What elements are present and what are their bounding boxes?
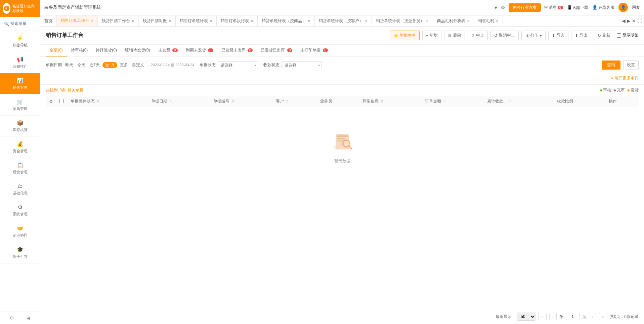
sub-tab-shipped-out[interactable]: 已发货已出库 0 [257, 45, 296, 56]
tab-goods-stats-customer-close[interactable]: ✕ [365, 19, 368, 23]
sidebar-item-basic-info[interactable]: 🗂 基础信息 [0, 179, 40, 200]
sub-tab-wang-pending[interactable]: 旺铺待发货(0) [121, 45, 154, 56]
inventory-icon: 📦 [17, 120, 24, 126]
enterprise-label: 企业协同 [13, 233, 28, 238]
status-select[interactable]: 请选择 [218, 61, 258, 69]
message-button[interactable]: ✉ 消息 6 [544, 5, 563, 10]
smart-generate-button[interactable]: ⭐ 智能生单 [390, 31, 420, 40]
tabbar-prev-button[interactable]: ◀ [622, 18, 626, 24]
review-action[interactable]: 审核 [600, 87, 611, 93]
date-yesterday-btn[interactable]: 昨天 [64, 62, 75, 69]
user-avatar[interactable]: 👤 [618, 3, 628, 12]
select-all-checkbox[interactable] [59, 99, 64, 103]
tab-cash-reconcile-close[interactable]: ✕ [169, 19, 171, 23]
experience-button[interactable]: 体验行业方案 [509, 3, 541, 12]
date-custom-btn[interactable]: 自定义 [131, 62, 145, 69]
cancel-stop-button[interactable]: ↺ 取消中止 [490, 31, 519, 40]
col-customer-sort[interactable]: ⇅ [286, 99, 289, 103]
delete-button[interactable]: 🗑 删除 [444, 31, 465, 40]
page-size-select[interactable]: 50 100 [517, 313, 535, 321]
sidebar-item-inventory[interactable]: 📦 库存核算 [0, 116, 40, 137]
sidebar-item-enterprise[interactable]: 🤝 企业协同 [0, 221, 40, 242]
expand-conditions-button[interactable]: ▾ 展开更多条件 [611, 75, 639, 81]
col-exception-sort[interactable]: ⇅ [381, 99, 383, 103]
app-download-button[interactable]: 📱 App下载 [567, 5, 588, 10]
date-more-btn[interactable]: 更多 [119, 62, 129, 69]
col-number-sort[interactable]: ⇅ [232, 99, 234, 103]
tab-gross-profit[interactable]: 商品毛利分析表 ✕ [433, 15, 474, 27]
tabbar-maximize-button[interactable]: ⛶ [637, 18, 642, 24]
col-collected-sort[interactable]: ⇅ [509, 99, 512, 103]
tab-sales-profit[interactable]: 销售毛利 ✕ [474, 15, 503, 27]
sidebar-item-quick-nav[interactable]: ⚡ 快捷导航 [0, 31, 40, 52]
tab-sales-workbench-close[interactable]: ✕ [91, 19, 93, 23]
column-settings-icon[interactable]: ⚙ [49, 99, 53, 104]
sidebar-item-system[interactable]: ⚙ 系统管理 [0, 200, 40, 221]
topbar-gear-button[interactable]: ⚙ [501, 4, 505, 11]
export-button[interactable]: ⬆ 导出 [571, 31, 591, 40]
cancel-review-dot [614, 89, 616, 91]
col-amount-sort[interactable]: ⇅ [443, 99, 446, 103]
stop-button[interactable]: ⊘ 中止 [468, 31, 488, 40]
tab-goods-stats-sales[interactable]: 销货单统计表（按业务员） ✕ [372, 15, 433, 27]
sub-tab-overdue-ship[interactable]: 到期未发货 0 [182, 45, 217, 56]
show-detail-checkbox-label[interactable]: 显示明细 [617, 33, 639, 38]
tab-sales-exec[interactable]: 销售订单执行表 ✕ [217, 15, 258, 27]
sidebar-collapse-button[interactable]: ◀ [27, 315, 30, 321]
payment-select[interactable]: 请选择 [282, 61, 322, 69]
sub-tab-pending-review[interactable]: 待审核(0) [67, 45, 92, 56]
tab-sales-workbench[interactable]: 销售订单工作台 ✕ [57, 15, 98, 27]
tab-sales-stats[interactable]: 销售订单统计表 ✕ [176, 15, 217, 27]
sub-tab-all[interactable]: 全部(0) [46, 45, 67, 56]
tab-cash-daily[interactable]: 钱货日清工作台 ✕ [98, 15, 139, 27]
col-date-sort[interactable]: ⇅ [169, 99, 172, 103]
tab-sales-profit-close[interactable]: ✕ [496, 19, 499, 23]
prev-page-button[interactable]: ‹ [549, 313, 557, 320]
tab-goods-stats-customer[interactable]: 销货单统计表（按客户） ✕ [315, 15, 372, 27]
topbar-settings-button[interactable]: ▾ [495, 4, 497, 11]
add-button[interactable]: + 新增 [422, 31, 441, 40]
sidebar-search-section: 🔍 搜索菜单 [0, 17, 40, 31]
print-button[interactable]: 🖨 打印 ▾ [521, 31, 546, 40]
import-button[interactable]: ⬇ 导入 [548, 31, 568, 40]
sub-tab-not-printed[interactable]: 未打印单据 0 [296, 45, 332, 56]
next-page-button[interactable]: › [589, 313, 596, 320]
tab-goods-stats-product[interactable]: 销货单统计表（按商品） ✕ [258, 15, 315, 27]
sub-tab-pending-inspect[interactable]: 待择验货(0) [92, 45, 121, 56]
first-page-button[interactable]: « [538, 313, 547, 320]
tab-gross-profit-close[interactable]: ✕ [467, 19, 470, 23]
refresh-button[interactable]: ↻ 刷新 [594, 31, 614, 40]
sidebar-item-purchase[interactable]: 🛒 采购管理 [0, 94, 40, 116]
online-service-button[interactable]: 👤 在线客服 [592, 5, 614, 10]
tab-home[interactable]: 首页 [40, 15, 57, 27]
tabbar-next-button[interactable]: ▶ [627, 18, 631, 24]
tab-goods-stats-sales-close[interactable]: ✕ [426, 19, 429, 23]
date-1month-btn[interactable]: 近1月 [102, 62, 117, 68]
sidebar-item-sales[interactable]: 📊 销售管理 [0, 73, 40, 94]
tab-goods-stats-product-close[interactable]: ✕ [308, 19, 310, 23]
page-input[interactable]: 1 [566, 313, 579, 320]
tab-cash-reconcile[interactable]: 钱货日清对账 ✕ [139, 15, 176, 27]
query-button[interactable]: 查询 [602, 60, 620, 70]
sub-tab-not-shipped[interactable]: 未发货 0 [154, 45, 182, 56]
tab-sales-stats-close[interactable]: ✕ [210, 19, 212, 23]
sidebar-item-finance[interactable]: 💰 资金管理 [0, 137, 40, 158]
sidebar-settings-button[interactable]: ⚙ [10, 315, 14, 321]
filter-settings-button[interactable]: 设置 [623, 60, 639, 70]
date-7days-btn[interactable]: 近7天 [88, 62, 101, 69]
search-menu-button[interactable]: 🔍 搜索菜单 [3, 19, 37, 28]
last-page-button[interactable]: » [599, 313, 607, 320]
ship-action[interactable]: 发货 [628, 87, 639, 93]
sidebar-item-marketing[interactable]: 📢 营销推广 [0, 52, 40, 73]
tab-sales-exec-close[interactable]: ✕ [251, 19, 253, 23]
tab-cash-daily-close[interactable]: ✕ [132, 19, 134, 23]
date-today-btn[interactable]: 今天 [76, 62, 87, 69]
col-status-sort[interactable]: ⇅ [97, 99, 99, 103]
show-detail-checkbox[interactable] [617, 33, 621, 38]
sidebar-item-operations[interactable]: 📋 经营管理 [0, 158, 40, 179]
cancel-review-action[interactable]: 充审 [614, 87, 625, 93]
sub-tab-pending-inspect-label: 待择验货(0) [96, 48, 117, 52]
sidebar-item-guide[interactable]: 🎓 新手引导 [0, 242, 40, 264]
sub-tab-shipped-not-out[interactable]: 已发货未出库 0 [217, 45, 257, 56]
tabbar-close-all-button[interactable]: ✕ [632, 18, 636, 24]
